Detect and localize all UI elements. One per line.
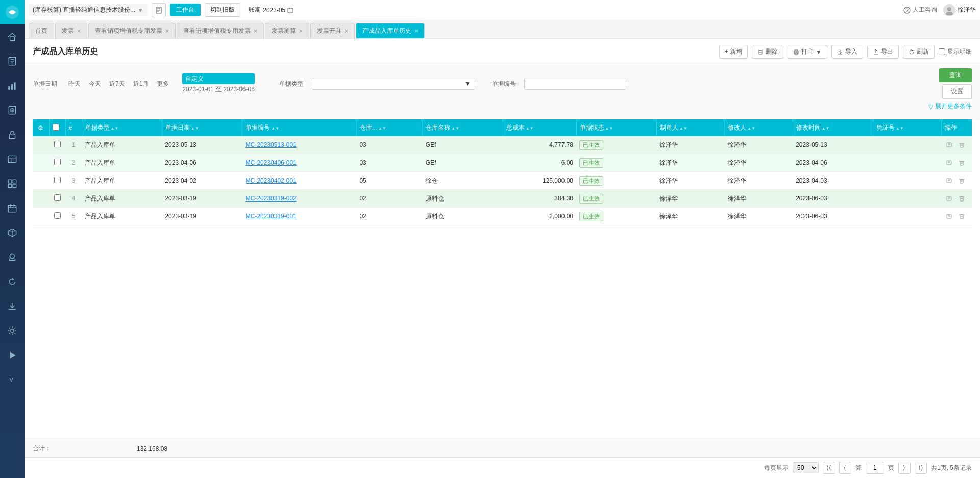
settings-button[interactable]: 设置 bbox=[942, 84, 972, 99]
doc-icon-btn[interactable] bbox=[152, 3, 166, 17]
tab-close-vat-purchase[interactable]: × bbox=[254, 28, 257, 35]
row-checkbox-4[interactable] bbox=[54, 212, 61, 219]
cell-num-1: 2 bbox=[65, 154, 82, 172]
sidebar-item-lock[interactable] bbox=[0, 122, 24, 147]
delete-icon-1[interactable] bbox=[957, 158, 967, 168]
sidebar-item-chart[interactable] bbox=[0, 73, 24, 98]
sidebar-item-home[interactable] bbox=[0, 24, 24, 49]
custom-shortcut[interactable]: 自定义 bbox=[182, 73, 254, 84]
date-shortcut-3[interactable]: 近1月 bbox=[130, 79, 152, 89]
cell-number-1[interactable]: MC-20230406-001 bbox=[242, 154, 357, 172]
tab-close-invoice[interactable]: × bbox=[77, 28, 81, 35]
sidebar-item-cycle[interactable] bbox=[0, 269, 24, 294]
col-warehouse-code[interactable]: 仓库...▲▼ bbox=[356, 119, 422, 136]
sidebar-item-video[interactable] bbox=[0, 343, 24, 367]
sidebar-item-grid[interactable] bbox=[0, 171, 24, 196]
date-shortcut-1[interactable]: 今天 bbox=[86, 79, 104, 89]
tab-invoice[interactable]: 发票× bbox=[55, 23, 87, 38]
edit-icon-2[interactable] bbox=[944, 175, 954, 186]
print-button[interactable]: 打印 ▼ bbox=[788, 45, 827, 59]
select-all-checkbox[interactable] bbox=[53, 124, 59, 131]
tab-home[interactable]: 首页 bbox=[29, 23, 54, 38]
new-button[interactable]: + 新增 bbox=[719, 45, 748, 59]
tab-close-invoice-calc[interactable]: × bbox=[299, 28, 303, 35]
edit-icon-1[interactable] bbox=[944, 158, 954, 168]
delete-button[interactable]: 删除 bbox=[752, 45, 783, 59]
sidebar-item-settings[interactable] bbox=[0, 318, 24, 343]
number-input[interactable] bbox=[524, 78, 626, 90]
cell-number-0[interactable]: MC-20230513-001 bbox=[242, 136, 357, 154]
number-link-2[interactable]: MC-20230402-001 bbox=[246, 177, 297, 184]
tab-invoice-open[interactable]: 发票开具× bbox=[310, 23, 355, 38]
cell-number-4[interactable]: MC-20230319-001 bbox=[242, 208, 357, 225]
delete-icon-0[interactable] bbox=[957, 140, 967, 150]
per-page-select[interactable]: 50 100 200 bbox=[793, 462, 819, 473]
tab-product-history[interactable]: 产成品入库单历史× bbox=[356, 23, 425, 38]
sidebar-item-stamp[interactable] bbox=[0, 245, 24, 269]
sidebar-item-account[interactable] bbox=[0, 147, 24, 171]
cell-number-2[interactable]: MC-20230402-001 bbox=[242, 172, 357, 190]
edit-icon-4[interactable] bbox=[944, 211, 954, 221]
edit-icon-3[interactable] bbox=[944, 193, 954, 204]
query-button[interactable]: 查询 bbox=[939, 68, 972, 82]
import-button[interactable]: 导入 bbox=[831, 45, 863, 59]
tab-close-product-history[interactable]: × bbox=[414, 28, 418, 35]
sidebar-item-invoice-mgr[interactable] bbox=[0, 98, 24, 122]
show-detail-toggle[interactable]: 显示明细 bbox=[939, 47, 972, 56]
cell-number-3[interactable]: MC-20230319-002 bbox=[242, 190, 357, 208]
col-settings[interactable]: ⚙ bbox=[33, 119, 49, 136]
col-total-cost[interactable]: 总成本▲▼ bbox=[503, 119, 576, 136]
date-shortcut-4[interactable]: 更多 bbox=[154, 79, 172, 89]
date-shortcut-0[interactable]: 昨天 bbox=[65, 79, 84, 89]
next-page-btn[interactable]: ⟩ bbox=[898, 462, 911, 474]
type-select[interactable]: ▼ bbox=[312, 78, 475, 90]
show-detail-checkbox[interactable] bbox=[939, 48, 945, 55]
col-date[interactable]: 单据日期▲▼ bbox=[162, 119, 242, 136]
edit-icon-0[interactable] bbox=[944, 140, 954, 150]
sidebar-item-calendar[interactable] bbox=[0, 196, 24, 220]
prev-page-btn[interactable]: ⟨ bbox=[839, 462, 851, 474]
app-logo[interactable] bbox=[0, 0, 24, 24]
col-type[interactable]: 单据类型▲▼ bbox=[82, 119, 162, 136]
row-checkbox-3[interactable] bbox=[54, 194, 61, 201]
col-status[interactable]: 单据状态▲▼ bbox=[576, 119, 656, 136]
first-page-btn[interactable]: ⟨⟨ bbox=[823, 462, 835, 474]
user-service-btn[interactable]: 人工咨询 bbox=[903, 6, 937, 14]
refresh-button[interactable]: 刷新 bbox=[903, 45, 935, 59]
tab-invoice-calc[interactable]: 发票测算× bbox=[265, 23, 309, 38]
tab-close-vat-sales[interactable]: × bbox=[165, 28, 169, 35]
switch-version-button[interactable]: 切到旧版 bbox=[205, 3, 240, 17]
tab-vat-purchase[interactable]: 查看进项增值税专用发票× bbox=[177, 23, 264, 38]
sidebar-item-doc[interactable] bbox=[0, 49, 24, 73]
delete-icon-4[interactable] bbox=[957, 211, 967, 221]
expand-filter-btn[interactable]: ▽ 展开更多条件 bbox=[928, 102, 972, 111]
workspace-button[interactable]: 工作台 bbox=[170, 4, 201, 16]
col-voucher[interactable]: 凭证号▲▼ bbox=[873, 119, 941, 136]
page-input[interactable] bbox=[866, 462, 884, 474]
company-selector[interactable]: (库存核算) 直播轻纯通信息技术股份... ▼ bbox=[29, 4, 148, 16]
col-modifier[interactable]: 修改人▲▼ bbox=[725, 119, 793, 136]
sidebar-item-box[interactable] bbox=[0, 220, 24, 245]
number-link-4[interactable]: MC-20230319-001 bbox=[246, 213, 297, 220]
number-link-1[interactable]: MC-20230406-001 bbox=[246, 159, 297, 166]
row-checkbox-0[interactable] bbox=[54, 141, 61, 147]
sidebar-item-version[interactable]: V bbox=[0, 367, 24, 392]
delete-icon-2[interactable] bbox=[957, 175, 967, 186]
number-link-3[interactable]: MC-20230319-002 bbox=[246, 195, 297, 202]
export-button[interactable]: 导出 bbox=[867, 45, 899, 59]
tab-vat-sales[interactable]: 查看销项增值税专用发票× bbox=[88, 23, 176, 38]
date-shortcut-2[interactable]: 近7天 bbox=[106, 79, 128, 89]
last-page-btn[interactable]: ⟩⟩ bbox=[915, 462, 927, 474]
sidebar-item-download[interactable] bbox=[0, 294, 24, 318]
user-profile[interactable]: 徐泽华 bbox=[943, 4, 976, 16]
row-checkbox-1[interactable] bbox=[54, 159, 61, 165]
col-warehouse-name[interactable]: 仓库名称▲▼ bbox=[423, 119, 503, 136]
col-number[interactable]: 单据编号▲▼ bbox=[242, 119, 357, 136]
delete-icon-3[interactable] bbox=[957, 193, 967, 204]
row-checkbox-2[interactable] bbox=[54, 177, 61, 183]
col-creator[interactable]: 制单人▲▼ bbox=[656, 119, 724, 136]
svg-rect-19 bbox=[8, 184, 12, 188]
tab-close-invoice-open[interactable]: × bbox=[345, 28, 348, 35]
number-link-0[interactable]: MC-20230513-001 bbox=[246, 141, 297, 148]
col-modify-time[interactable]: 修改时间▲▼ bbox=[793, 119, 873, 136]
